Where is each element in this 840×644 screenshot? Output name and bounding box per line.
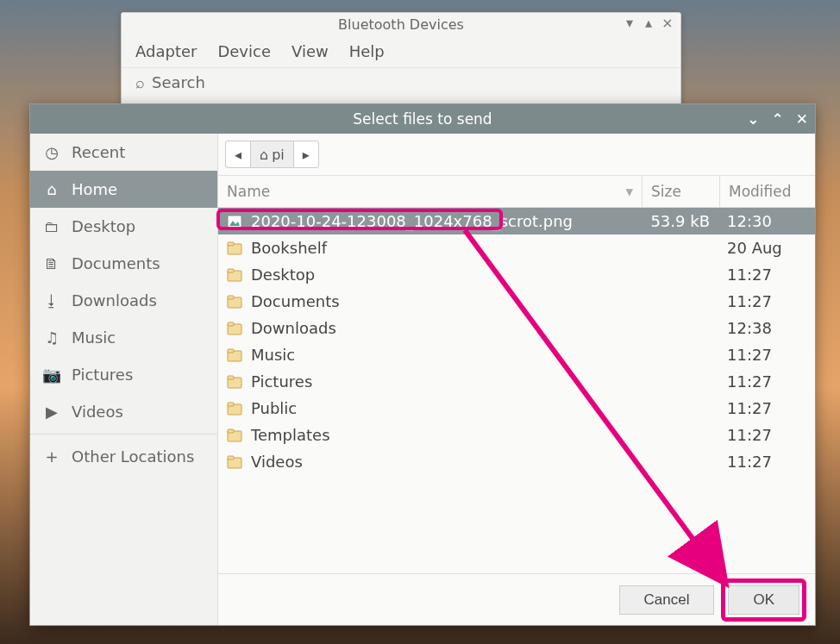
- sidebar-item-home[interactable]: ⌂Home: [30, 171, 217, 208]
- sidebar-item-documents[interactable]: 🗎Documents: [30, 245, 217, 282]
- file-modified: 11:27: [720, 346, 815, 364]
- path-back-button[interactable]: ◂: [225, 141, 251, 168]
- header-modified-label: Modified: [729, 183, 792, 200]
- folder-icon: [227, 428, 242, 443]
- file-row[interactable]: Downloads12:38: [218, 315, 815, 341]
- file-size: 53.9 kB: [643, 212, 720, 230]
- file-list[interactable]: 2020-10-24-123008_1024x768_scrot.png53.9…: [218, 208, 815, 573]
- dialog-maximize-icon[interactable]: ⌃: [772, 110, 784, 128]
- file-modified: 11:27: [720, 399, 815, 417]
- file-row[interactable]: 2020-10-24-123008_1024x768_scrot.png53.9…: [218, 208, 815, 234]
- home-icon: ⌂: [42, 180, 61, 198]
- dialog-close-icon[interactable]: ✕: [796, 110, 808, 128]
- dialog-title: Select files to send: [353, 110, 492, 128]
- list-header: Name ▾ Size Modified: [218, 175, 815, 208]
- sidebar-item-label: Music: [72, 328, 116, 347]
- bt-title: Bluetooth Devices: [338, 16, 464, 33]
- download-icon: ⭳: [42, 291, 61, 309]
- file-name: Bookshelf: [251, 239, 327, 257]
- file-row[interactable]: Desktop11:27: [218, 261, 815, 288]
- svg-rect-19: [228, 456, 234, 460]
- sidebar-item-label: Documents: [72, 254, 160, 272]
- video-icon: ▶: [42, 403, 61, 421]
- bt-maximize-icon[interactable]: ▴: [641, 15, 656, 31]
- folder-icon: [227, 374, 242, 390]
- svg-rect-11: [228, 349, 234, 353]
- file-name: Templates: [251, 426, 330, 444]
- bt-titlebar: Bluetooth Devices ▾ ▴ ×: [122, 13, 680, 35]
- sidebar-item-other-locations[interactable]: +Other Locations: [30, 438, 217, 475]
- bt-toolbar: ⌕ Search: [122, 67, 680, 97]
- folder-icon: 🗀: [42, 217, 61, 235]
- file-modified: 12:30: [720, 212, 815, 230]
- file-modified: 12:38: [720, 319, 815, 337]
- header-size-label: Size: [651, 183, 681, 200]
- bt-menu-help[interactable]: Help: [349, 42, 385, 60]
- svg-rect-17: [228, 429, 234, 433]
- sidebar-item-downloads[interactable]: ⭳Downloads: [30, 282, 217, 319]
- sidebar-item-label: Pictures: [72, 366, 133, 384]
- file-row[interactable]: Music11:27: [218, 341, 815, 368]
- bt-menu-adapter[interactable]: Adapter: [135, 42, 197, 60]
- bt-menu-device[interactable]: Device: [217, 42, 271, 60]
- camera-icon: 📷: [42, 366, 61, 384]
- file-modified: 11:27: [720, 266, 815, 284]
- document-icon: 🗎: [42, 254, 61, 272]
- sidebar-item-label: Home: [72, 180, 117, 198]
- path-bar: ◂ ⌂ pi ▸: [218, 134, 815, 175]
- sort-desc-icon: ▾: [625, 183, 633, 200]
- image-file-icon: [227, 214, 242, 229]
- svg-rect-15: [228, 403, 234, 406]
- folder-icon: [227, 454, 242, 470]
- file-row[interactable]: Templates11:27: [218, 422, 815, 448]
- sidebar-item-label: Downloads: [72, 291, 157, 309]
- sidebar-item-label: Recent: [72, 143, 125, 161]
- file-name: Public: [251, 399, 297, 417]
- dialog-titlebar: Select files to send ⌄ ⌃ ✕: [30, 104, 815, 134]
- ok-button[interactable]: OK: [728, 585, 799, 615]
- file-name: 2020-10-24-123008_1024x768_scrot.png: [251, 212, 573, 230]
- dialog-minimize-icon[interactable]: ⌄: [747, 110, 759, 128]
- file-row[interactable]: Public11:27: [218, 395, 815, 422]
- header-name-label: Name: [227, 183, 270, 200]
- header-modified[interactable]: Modified: [720, 176, 815, 207]
- file-row[interactable]: Documents11:27: [218, 288, 815, 315]
- header-name[interactable]: Name ▾: [218, 176, 643, 207]
- file-modified: 11:27: [720, 453, 815, 471]
- path-forward-button[interactable]: ▸: [293, 141, 319, 168]
- file-chooser-dialog: Select files to send ⌄ ⌃ ✕ ◷Recent⌂Home🗀…: [29, 103, 816, 626]
- sidebar-item-desktop[interactable]: 🗀Desktop: [30, 208, 217, 245]
- search-icon: ⌕: [135, 73, 145, 91]
- folder-icon: [227, 267, 242, 283]
- cancel-button[interactable]: Cancel: [619, 585, 715, 615]
- file-modified: 11:27: [720, 426, 815, 444]
- bt-tool-search[interactable]: Search: [152, 73, 205, 91]
- file-row[interactable]: Pictures11:27: [218, 368, 815, 395]
- file-modified: 11:27: [720, 372, 815, 391]
- sidebar-item-label: Other Locations: [72, 447, 194, 466]
- file-name: Downloads: [251, 319, 336, 337]
- sidebar-item-music[interactable]: ♫Music: [30, 319, 217, 356]
- bt-menu-view[interactable]: View: [291, 42, 329, 60]
- header-size[interactable]: Size: [643, 176, 720, 207]
- sidebar-item-videos[interactable]: ▶Videos: [30, 393, 217, 430]
- sidebar-item-pictures[interactable]: 📷Pictures: [30, 356, 217, 393]
- bt-minimize-icon[interactable]: ▾: [622, 15, 637, 31]
- file-name: Documents: [251, 292, 340, 310]
- file-row[interactable]: Bookshelf20 Aug: [218, 234, 815, 261]
- bt-close-icon[interactable]: ×: [660, 15, 675, 31]
- file-modified: 11:27: [720, 292, 815, 310]
- file-modified: 20 Aug: [720, 239, 815, 257]
- folder-icon: [227, 401, 242, 416]
- music-icon: ♫: [42, 328, 61, 347]
- cancel-button-label: Cancel: [644, 591, 690, 608]
- bt-menubar: Adapter Device View Help: [122, 35, 680, 67]
- svg-rect-9: [228, 322, 234, 326]
- sidebar-item-recent[interactable]: ◷Recent: [30, 134, 217, 171]
- file-name: Videos: [251, 453, 303, 471]
- file-name: Desktop: [251, 266, 315, 284]
- file-name: Music: [251, 346, 295, 364]
- file-row[interactable]: Videos11:27: [218, 448, 815, 475]
- folder-icon: [227, 321, 242, 336]
- path-segment-home[interactable]: ⌂ pi: [251, 141, 293, 168]
